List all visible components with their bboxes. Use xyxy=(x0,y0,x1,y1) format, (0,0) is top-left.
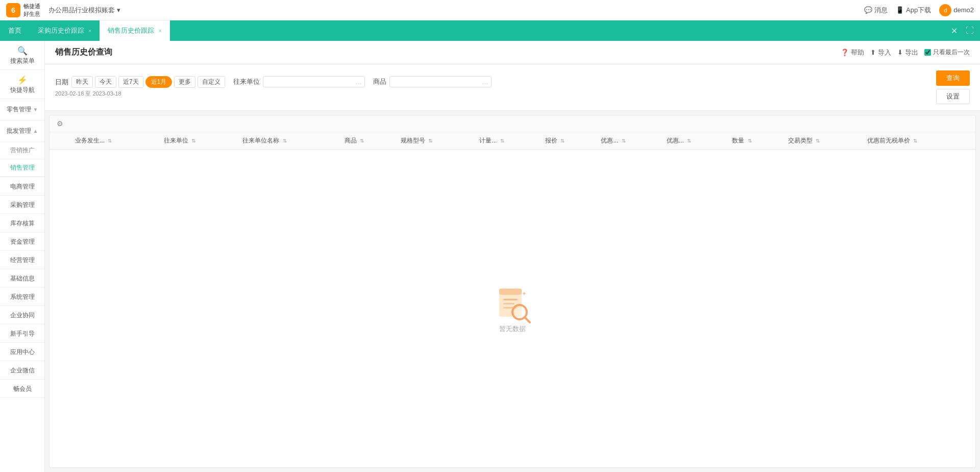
filter-area: 日期 昨天 今天 近7天 近1月 更多 自定义 2023-02-18 至 202… xyxy=(45,64,980,111)
sidebar-item-app-center[interactable]: 应用中心 xyxy=(0,343,44,361)
sidebar-item-sales-mgmt[interactable]: 销售管理 xyxy=(0,159,44,177)
topbar: 6 畅捷通 好生意 办公用品行业模拟账套 ▾ 💬 消息 📱 App下载 d de… xyxy=(0,0,980,20)
sidebar-app-label: 应用中心 xyxy=(10,348,35,357)
svg-rect-3 xyxy=(503,303,514,304)
sidebar-ecommerce-label: 电商管理 xyxy=(10,182,35,191)
partner-input-dots[interactable]: ... xyxy=(356,78,362,86)
col-trade-type[interactable]: 交易类型 ⇅ xyxy=(783,132,862,150)
sidebar-item-operation-mgmt[interactable]: 经营管理 xyxy=(0,251,44,269)
help-action[interactable]: ❓ 帮助 xyxy=(841,48,864,57)
workspace-label: 办公用品行业模拟账套 xyxy=(48,6,115,15)
tab-home[interactable]: 首页 xyxy=(0,20,30,41)
table-toolbar: ⚙ xyxy=(50,115,975,132)
product-input-dots[interactable]: ... xyxy=(482,78,488,86)
query-button[interactable]: 查询 xyxy=(936,70,970,86)
sidebar-finance-label: 资金管理 xyxy=(10,238,35,246)
sidebar-guide-label: 新手引导 xyxy=(10,329,35,338)
col-unit-label: 计量... xyxy=(479,137,497,144)
col-unit[interactable]: 计量... ⇅ xyxy=(474,132,540,150)
import-action[interactable]: ⬆ 导入 xyxy=(870,48,891,57)
col-discount2[interactable]: 优惠... ⇅ xyxy=(662,132,727,150)
col-biz-date[interactable]: 业务发生... ⇅ xyxy=(70,132,159,150)
product-input-wrap: ... xyxy=(389,76,492,87)
tab-purchase-history[interactable]: 采购历史价跟踪 × xyxy=(30,20,100,41)
col-partner-code[interactable]: 往来单位 ⇅ xyxy=(159,132,238,150)
col-pre-tax-price-sort: ⇅ xyxy=(913,138,917,144)
product-input[interactable] xyxy=(393,78,482,86)
last-record-checkbox-wrap: 只看最后一次 xyxy=(924,48,970,57)
close-all-tabs-button[interactable]: ✕ xyxy=(949,24,960,38)
sidebar-item-wholesale-mgmt[interactable]: 批发管理 ▲ xyxy=(0,121,44,142)
page-title-row: 销售历史价查询 ❓ 帮助 ⬆ 导入 ⬇ 导出 xyxy=(55,47,970,58)
date-btn-1month[interactable]: 近1月 xyxy=(145,76,173,88)
date-btn-more[interactable]: 更多 xyxy=(174,76,195,88)
sidebar-item-quick-nav[interactable]: ⚡ 快捷导航 xyxy=(0,70,44,99)
col-discount1[interactable]: 优惠... ⇅ xyxy=(596,132,661,150)
logo-line1: 畅捷通 xyxy=(23,3,40,10)
date-btn-custom[interactable]: 自定义 xyxy=(198,76,225,88)
sidebar-item-enterprise-agreement[interactable]: 企业协同 xyxy=(0,306,44,324)
search-icon: 🔍 xyxy=(17,46,28,56)
date-label: 日期 xyxy=(55,78,68,87)
sidebar-search-label: 搜索菜单 xyxy=(10,57,35,65)
sidebar-item-member[interactable]: 畅会员 xyxy=(0,380,44,398)
sidebar-retail-label: 零售管理 xyxy=(7,105,31,114)
tab-sales-history[interactable]: 销售历史价跟踪 × xyxy=(100,20,169,41)
fullscreen-button[interactable]: ⛶ xyxy=(964,24,976,37)
message-label: 消息 xyxy=(874,6,888,15)
product-label: 商品 xyxy=(373,77,386,86)
settings-button[interactable]: 设置 xyxy=(936,89,970,104)
table-header: 业务发生... ⇅ 往来单位 ⇅ 往来单位名称 ⇅ 商品 xyxy=(50,132,975,150)
app-download-action[interactable]: 📱 App下载 xyxy=(896,6,931,15)
col-unit-sort: ⇅ xyxy=(500,138,504,144)
sidebar-item-new-user-guide[interactable]: 新手引导 xyxy=(0,324,44,343)
user-avatar-action[interactable]: d demo2 xyxy=(939,4,974,16)
tabbar: 首页 采购历史价跟踪 × 销售历史价跟踪 × ✕ ⛶ xyxy=(0,20,980,41)
sidebar-item-inventory-check[interactable]: 库存核算 xyxy=(0,214,44,232)
col-quoted-price[interactable]: 报价 ⇅ xyxy=(540,132,596,150)
retail-arrow-icon: ▼ xyxy=(33,107,38,112)
sidebar-item-retail-mgmt[interactable]: 零售管理 ▼ xyxy=(0,99,44,121)
col-partner-code-label: 往来单位 xyxy=(164,137,188,144)
col-quantity[interactable]: 数量 ⇅ xyxy=(727,132,783,150)
export-icon: ⬇ xyxy=(897,49,903,56)
sidebar-wholesale-label: 批发管理 xyxy=(7,127,31,135)
logo-icon: 6 xyxy=(6,3,20,17)
empty-illustration: ✦ xyxy=(492,284,533,324)
sidebar-item-ecommerce-mgmt[interactable]: 电商管理 xyxy=(0,177,44,196)
table-container: ⚙ 业务发生... ⇅ 往来单位 ⇅ xyxy=(49,115,976,468)
date-btn-yesterday[interactable]: 昨天 xyxy=(71,76,93,88)
col-discount1-sort: ⇅ xyxy=(622,138,626,144)
sidebar-item-basic-info[interactable]: 基础信息 xyxy=(0,269,44,288)
help-label: 帮助 xyxy=(851,48,864,57)
date-filter-inner: 日期 昨天 今天 近7天 近1月 更多 自定义 xyxy=(55,76,225,88)
sidebar-item-enterprise-wechat[interactable]: 企业微信 xyxy=(0,361,44,380)
tab-purchase-history-close[interactable]: × xyxy=(88,28,91,34)
tab-sales-history-close[interactable]: × xyxy=(158,28,161,34)
col-spec[interactable]: 规格型号 ⇅ xyxy=(396,132,475,150)
last-record-checkbox[interactable] xyxy=(924,49,931,56)
col-pre-tax-price[interactable]: 优惠前无税单价 ⇅ xyxy=(862,132,975,150)
workspace-selector[interactable]: 办公用品行业模拟账套 ▾ xyxy=(44,6,125,15)
col-quoted-price-sort: ⇅ xyxy=(560,138,565,144)
date-btn-7days[interactable]: 近7天 xyxy=(118,76,143,88)
topbar-left: 6 畅捷通 好生意 办公用品行业模拟账套 ▾ xyxy=(6,3,125,17)
date-btn-today[interactable]: 今天 xyxy=(95,76,116,88)
message-action[interactable]: 💬 消息 xyxy=(864,6,888,15)
col-biz-date-label: 业务发生... xyxy=(75,137,105,144)
column-settings-button[interactable]: ⚙ xyxy=(54,119,66,129)
col-pre-tax-price-label: 优惠前无税单价 xyxy=(867,137,910,144)
col-product[interactable]: 商品 ⇅ xyxy=(339,132,396,150)
sidebar-member-label: 畅会员 xyxy=(13,385,32,393)
sidebar-item-purchase-mgmt[interactable]: 采购管理 xyxy=(0,196,44,214)
export-action[interactable]: ⬇ 导出 xyxy=(897,48,918,57)
logo-text: 畅捷通 好生意 xyxy=(23,3,40,17)
sidebar-item-finance-mgmt[interactable]: 资金管理 xyxy=(0,232,44,251)
svg-rect-1 xyxy=(499,289,522,295)
partner-input[interactable] xyxy=(266,78,355,86)
col-partner-name[interactable]: 往来单位名称 ⇅ xyxy=(237,132,339,150)
tabbar-actions: ✕ ⛶ xyxy=(949,24,980,38)
sidebar-item-system-mgmt[interactable]: 系统管理 xyxy=(0,288,44,306)
sidebar-item-sales-promo[interactable]: 营销推广 xyxy=(0,142,44,159)
sidebar-item-search-menu[interactable]: 🔍 搜索菜单 xyxy=(0,41,44,70)
